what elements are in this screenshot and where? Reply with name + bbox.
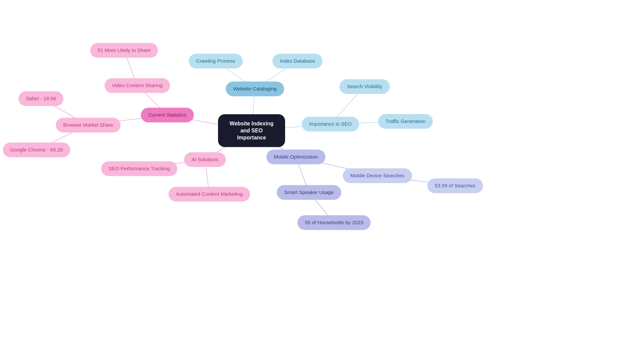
node-label-53_searches: 53.59 of Searches (435, 182, 476, 189)
node-53_searches[interactable]: 53.59 of Searches (427, 178, 483, 193)
node-index_database[interactable]: Index Database (272, 54, 322, 68)
node-safari[interactable]: Safari - 18.56 (18, 91, 63, 106)
node-label-safari: Safari - 18.56 (26, 95, 56, 102)
node-mobile_optimization[interactable]: Mobile Optimization (266, 149, 325, 164)
node-automated_content[interactable]: Automated Content Marketing (168, 187, 250, 201)
node-label-mobile_device_searches: Mobile Device Searches (350, 172, 405, 179)
node-search_visibility[interactable]: Search Visibility (339, 79, 390, 94)
node-website_cataloging[interactable]: Website Cataloging (226, 81, 284, 96)
node-current_statistics[interactable]: Current Statistics (141, 108, 194, 122)
node-label-mobile_optimization: Mobile Optimization (274, 154, 318, 160)
node-video_content_sharing[interactable]: Video Content Sharing (105, 78, 170, 93)
node-smart_speaker_usage[interactable]: Smart Speaker Usage (277, 185, 341, 200)
node-mobile_device_searches[interactable]: Mobile Device Searches (343, 168, 412, 183)
node-label-index_database: Index Database (280, 58, 315, 64)
node-seo_performance[interactable]: SEO Performance Tracking (101, 161, 177, 176)
node-label-current_statistics: Current Statistics (148, 112, 186, 118)
node-label-website_cataloging: Website Cataloging (233, 85, 277, 92)
node-label-55_households: 55 of Households by 2023 (305, 219, 363, 226)
node-label-google_chrome: Google Chrome - 65.29 (10, 146, 63, 153)
node-ai_solutions[interactable]: AI Solutions (184, 152, 226, 167)
node-55_households[interactable]: 55 of Households by 2023 (298, 215, 371, 230)
node-label-video_content_sharing: Video Content Sharing (112, 82, 163, 89)
node-label-51_more_likely: 51 More Likely to Share (98, 47, 151, 54)
node-label-smart_speaker_usage: Smart Speaker Usage (284, 189, 334, 196)
node-label-seo_performance: SEO Performance Tracking (109, 165, 170, 172)
node-crawling_process[interactable]: Crawling Process (189, 54, 243, 68)
node-traffic_generation[interactable]: Traffic Generation (378, 114, 433, 129)
node-label-search_visibility: Search Visibility (347, 83, 382, 90)
node-label-center: Website Indexing and SEO Importance (226, 120, 277, 141)
node-label-browser_market_share: Browser Market Share (63, 122, 113, 128)
node-center[interactable]: Website Indexing and SEO Importance (218, 114, 285, 147)
node-importance_in_seo[interactable]: Importance in SEO (302, 117, 359, 131)
node-browser_market_share[interactable]: Browser Market Share (56, 118, 120, 132)
node-label-automated_content: Automated Content Marketing (176, 191, 243, 197)
node-google_chrome[interactable]: Google Chrome - 65.29 (3, 142, 70, 157)
node-label-importance_in_seo: Importance in SEO (309, 121, 352, 127)
node-label-ai_solutions: AI Solutions (192, 156, 218, 163)
node-label-crawling_process: Crawling Process (196, 58, 235, 64)
mindmap-container: Website Indexing and SEO ImportanceWebsi… (0, 0, 644, 363)
node-label-traffic_generation: Traffic Generation (385, 118, 425, 125)
node-51_more_likely[interactable]: 51 More Likely to Share (90, 43, 158, 58)
